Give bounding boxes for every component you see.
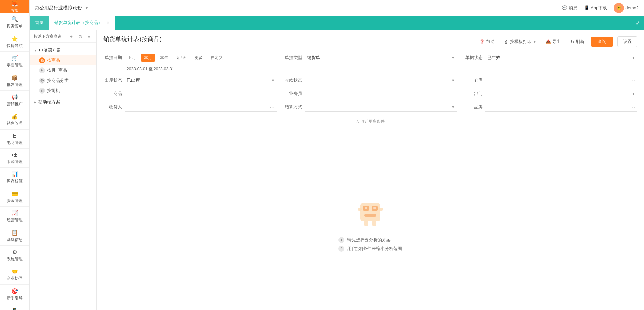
sidebar-item-ops-mgmt[interactable]: 📈经营管理 bbox=[0, 207, 29, 226]
sidebar-item-purchase-mgmt[interactable]: 🛍采购管理 bbox=[0, 149, 29, 168]
tree-group-desktop-label: 电脑端方案 bbox=[39, 47, 61, 53]
tree-group-desktop-header[interactable]: ▼ 电脑端方案 bbox=[30, 45, 96, 55]
warehouse-select[interactable]: 已出库 ▼ bbox=[125, 75, 277, 85]
app-download-label: App下载 bbox=[591, 5, 607, 11]
app-download-icon: 📱 bbox=[584, 5, 589, 10]
wholesale-mgmt-icon: 📦 bbox=[11, 74, 18, 81]
tree-group-mobile-header[interactable]: ▶ 移动端方案 bbox=[30, 97, 96, 107]
date-tag-custom[interactable]: 自定义 bbox=[208, 54, 226, 62]
refresh-label: 刷新 bbox=[576, 39, 584, 45]
app-download-action[interactable]: 📱 App下载 bbox=[584, 5, 607, 11]
date-tag-this-year[interactable]: 本年 bbox=[157, 54, 171, 62]
tree-item-by-goods[interactable]: 商 按商品 bbox=[30, 55, 96, 65]
storage-label: 仓库 bbox=[464, 77, 483, 83]
finance-mgmt-icon: 💳 bbox=[11, 191, 18, 197]
sidebar-item-label-enterprise: 企业协同 bbox=[7, 276, 23, 281]
search-menu-icon: 🔍 bbox=[11, 16, 18, 22]
date-tag-prev-month[interactable]: 上月 bbox=[125, 54, 139, 62]
message-action[interactable]: 💬 消息 bbox=[562, 5, 577, 11]
date-tag-7days[interactable]: 近7天 bbox=[173, 54, 190, 62]
dept-select[interactable]: ▼ bbox=[485, 89, 637, 98]
tree-item-by-cashier[interactable]: 司 按司机 bbox=[30, 86, 96, 96]
tree-item-by-goods-category-icon: 分 bbox=[39, 78, 45, 84]
tab-sales-stat[interactable]: 销货单统计表（按商品） ✕ bbox=[49, 16, 115, 30]
filter-row-3: 商品 ··· 业务员 ··· 部门 bbox=[103, 89, 637, 98]
sidebar-item-label-ops-mgmt: 经营管理 bbox=[7, 217, 23, 223]
payment-select[interactable]: ▼ bbox=[305, 75, 457, 85]
quick-nav-icon: ⭐ bbox=[11, 36, 18, 42]
sidebar-item-retail-mgmt[interactable]: 🛒零售管理 bbox=[0, 52, 29, 71]
warehouse-value: 已出库 bbox=[127, 77, 271, 83]
query-button[interactable]: 查询 bbox=[591, 37, 613, 47]
industry-dropdown[interactable]: ▼ bbox=[85, 6, 89, 10]
filter-field-date: 单据日期 上月 本月 本年 近7天 更多 自定义 bbox=[103, 53, 277, 62]
settings-button[interactable]: 设置 bbox=[617, 36, 637, 47]
collapse-bar[interactable]: ∧ 收起更多条件 bbox=[103, 116, 637, 127]
sidebar-items: 🔍搜索菜单⭐快捷导航🛒零售管理📦批发管理📢营销推广💰销售管理🖥电商管理🛍采购管理… bbox=[0, 13, 29, 310]
tree-item-by-month-goods[interactable]: 月 按月+商品 bbox=[30, 65, 96, 75]
tab-maximize-icon[interactable]: ⤢ bbox=[634, 18, 641, 28]
refresh-button[interactable]: ↻ 刷新 bbox=[568, 37, 587, 46]
sidebar-item-marketing[interactable]: 📢营销推广 bbox=[0, 91, 29, 110]
sidebar-item-wholesale-mgmt[interactable]: 📦批发管理 bbox=[0, 71, 29, 91]
sidebar: 🦊 标版 🔍搜索菜单⭐快捷导航🛒零售管理📦批发管理📢营销推广💰销售管理🖥电商管理… bbox=[0, 0, 30, 310]
retail-mgmt-icon: 🛒 bbox=[11, 55, 18, 61]
sales-stat-tab-label: 销货单统计表（按商品） bbox=[54, 20, 102, 26]
template-print-button[interactable]: 🖨 按模板打印 ▼ bbox=[501, 37, 539, 46]
brand-label: 品牌 bbox=[464, 104, 483, 110]
tree-item-by-month-goods-icon: 月 bbox=[39, 67, 45, 73]
sidebar-item-newbie[interactable]: 🎯新手引导 bbox=[0, 285, 29, 304]
date-tag-more[interactable]: 更多 bbox=[192, 54, 206, 62]
type-value: 销货单 bbox=[307, 55, 451, 61]
refresh-icon: ↻ bbox=[571, 39, 574, 44]
sidebar-item-basic-info[interactable]: 📋基础信息 bbox=[0, 226, 29, 246]
goods-select[interactable]: ··· bbox=[125, 89, 277, 98]
sidebar-item-label-purchase-mgmt: 采购管理 bbox=[7, 159, 23, 165]
ecommerce-mgmt-icon: 🖥 bbox=[12, 133, 17, 139]
export-button[interactable]: 📤 导出 bbox=[543, 37, 564, 46]
receiver-select[interactable]: ··· bbox=[125, 102, 277, 112]
dept-dropdown-arrow: ▼ bbox=[632, 92, 635, 96]
tab-minimize-icon[interactable]: — bbox=[624, 18, 632, 27]
type-select[interactable]: 销货单 ▼ bbox=[305, 53, 457, 62]
sidebar-item-enterprise[interactable]: 🤝企业协同 bbox=[0, 265, 29, 285]
filter-row-2: 出库状态 已出库 ▼ 收款状态 ▼ 仓库 bbox=[103, 75, 637, 85]
sidebar-item-ecommerce-mgmt[interactable]: 🖥电商管理 bbox=[0, 130, 29, 149]
staff-dots: ··· bbox=[450, 91, 455, 96]
brand-select[interactable]: ··· bbox=[485, 102, 637, 112]
settlement-dropdown-arrow: ▼ bbox=[451, 105, 455, 109]
sidebar-item-quick-nav[interactable]: ⭐快捷导航 bbox=[0, 32, 29, 52]
user-profile[interactable]: 😊 demo2 bbox=[614, 3, 639, 13]
staff-label: 业务员 bbox=[283, 91, 302, 97]
settlement-select[interactable]: ▼ bbox=[305, 102, 457, 112]
sidebar-item-inventory[interactable]: 📊库存核算 bbox=[0, 168, 29, 187]
tree-item-by-goods-icon: 商 bbox=[39, 57, 45, 63]
help-button[interactable]: ❓ 帮助 bbox=[477, 37, 497, 46]
tree-item-by-goods-category[interactable]: 分 按商品分类 bbox=[30, 75, 96, 86]
tab-home[interactable]: 首页 bbox=[30, 16, 49, 30]
scheme-header-title: 按以下方案查询 bbox=[34, 34, 62, 39]
tab-close-icon[interactable]: ✕ bbox=[106, 20, 110, 25]
svg-rect-3 bbox=[364, 214, 376, 217]
app-logo[interactable]: 🦊 标版 bbox=[0, 0, 29, 13]
print-icon: 🖨 bbox=[504, 39, 508, 44]
header-right: 💬 消息 📱 App下载 😊 demo2 bbox=[562, 3, 639, 13]
scheme-collapse-button[interactable]: « bbox=[86, 33, 92, 40]
print-dropdown-icon: ▼ bbox=[533, 40, 536, 44]
export-label: 导出 bbox=[552, 39, 561, 45]
date-filter: 上月 本月 本年 近7天 更多 自定义 bbox=[125, 54, 277, 62]
top-header: 办公用品行业模拟账套 ▼ 💬 消息 📱 App下载 😊 demo2 bbox=[30, 0, 644, 16]
sidebar-item-label-newbie: 新手引导 bbox=[7, 295, 23, 301]
staff-select[interactable]: ··· bbox=[305, 89, 457, 98]
goods-dots: ··· bbox=[270, 91, 275, 96]
scheme-edit-button[interactable]: ⊙ bbox=[77, 33, 84, 40]
status-select[interactable]: 已生效 ▼ bbox=[485, 53, 637, 62]
sidebar-item-sales-mgmt[interactable]: 💰销售管理 bbox=[0, 110, 29, 130]
scheme-add-button[interactable]: + bbox=[68, 33, 75, 40]
storage-select[interactable]: ··· bbox=[485, 75, 637, 85]
sidebar-item-system-mgmt[interactable]: ⚙系统管理 bbox=[0, 246, 29, 265]
sidebar-item-finance-mgmt[interactable]: 💳资金管理 bbox=[0, 187, 29, 207]
sidebar-item-app-center[interactable]: 📱应用中心 bbox=[0, 304, 29, 310]
sidebar-item-search-menu[interactable]: 🔍搜索菜单 bbox=[0, 13, 29, 32]
date-tag-this-month[interactable]: 本月 bbox=[141, 54, 155, 62]
